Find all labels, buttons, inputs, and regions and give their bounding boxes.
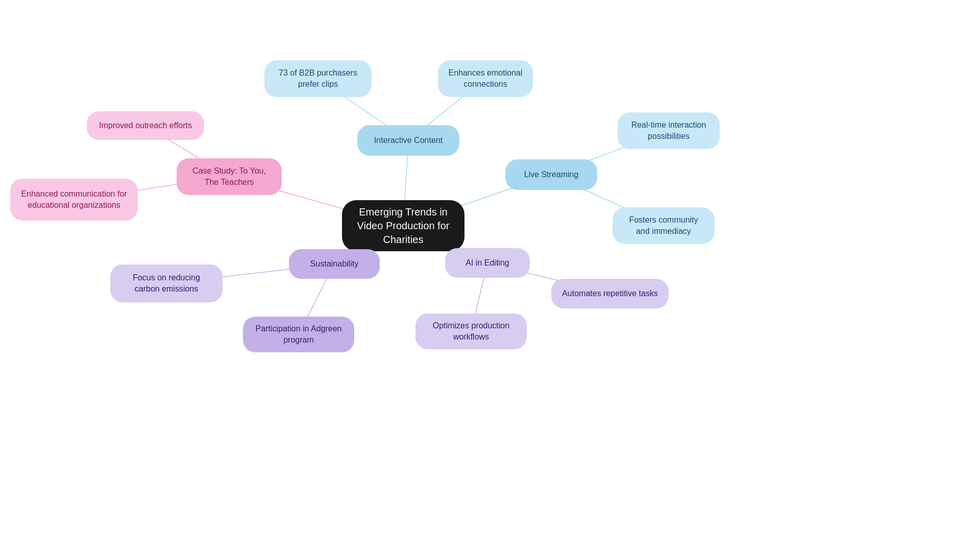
interactive-content-node: Interactive Content: [357, 125, 459, 156]
live-streaming-node: Live Streaming: [505, 159, 597, 190]
automates-node: Automates repetitive tasks: [551, 279, 669, 308]
fosters-node: Fosters community and immediacy: [612, 207, 715, 244]
case-study-node: Case Study: To You, The Teachers: [177, 158, 282, 195]
b2b-node: 73 of B2B purchasers prefer clips: [264, 60, 372, 97]
adgreen-node: Participation in Adgreen program: [243, 317, 354, 352]
optimizes-node: Optimizes production workflows: [415, 314, 527, 349]
ai-editing-node: AI in Editing: [445, 248, 530, 278]
improved-outreach-node: Improved outreach efforts: [87, 111, 204, 140]
sustainability-node: Sustainability: [289, 249, 380, 279]
enhanced-comm-node: Enhanced communication for educational o…: [10, 179, 138, 221]
real-time-node: Real-time interaction possibilities: [618, 112, 720, 149]
carbon-node: Focus on reducing carbon emissions: [110, 265, 223, 302]
emotional-node: Enhances emotional connections: [438, 60, 533, 97]
center-node: Emerging Trends in Video Production for …: [342, 200, 464, 251]
